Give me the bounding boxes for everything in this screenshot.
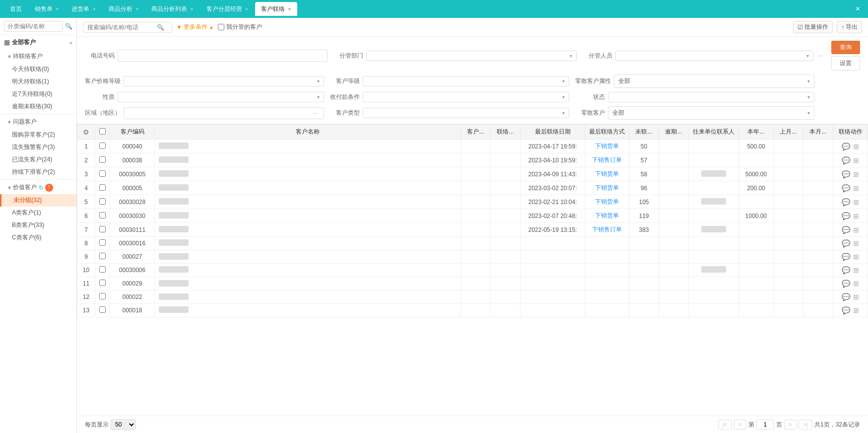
manager-select[interactable]: ▾ [615, 51, 813, 61]
grid-action-icon[interactable]: ⊞ [853, 198, 859, 206]
retail-attr-select[interactable]: 全部 ▾ [614, 74, 814, 88]
th-partner[interactable]: 往来单位联系人 [689, 125, 739, 140]
chat-icon[interactable]: 💬 [842, 198, 850, 206]
th-thisyear[interactable]: 本年... [739, 125, 774, 140]
close-purchaseorder-icon[interactable]: × [92, 6, 95, 12]
cell-check[interactable] [95, 140, 110, 153]
th-contact[interactable]: 联络... [491, 125, 521, 140]
last-way-link[interactable]: 下销货单 [595, 212, 619, 219]
row-check[interactable] [99, 143, 106, 149]
last-way-link[interactable]: 下销货单 [595, 143, 619, 149]
first-page-btn[interactable]: |< [718, 420, 732, 430]
row-check[interactable] [99, 212, 106, 218]
tab-customercontact[interactable]: 客户联络 × [255, 2, 297, 16]
tab-productanalysis[interactable]: 商品分析 × [103, 2, 144, 16]
group-pending-contact[interactable]: ▾ 待联络客户 [0, 50, 76, 63]
query-button[interactable]: 查询 [831, 41, 860, 54]
row-check[interactable] [99, 280, 106, 286]
last-way-link[interactable]: 下销售订单 [592, 226, 622, 233]
th-thismonth[interactable]: 本月... [803, 125, 833, 140]
refresh-icon[interactable]: ↻ [39, 184, 44, 191]
sidebar-item-classC[interactable]: C类客户(6) [0, 231, 76, 244]
phone-input[interactable] [118, 50, 328, 62]
chat-icon[interactable]: 💬 [842, 170, 850, 178]
gear-icon[interactable]: ⚙ [83, 128, 89, 136]
row-check[interactable] [99, 293, 106, 299]
close-salesorder-icon[interactable]: × [56, 6, 59, 12]
customer-type-select[interactable]: ▾ [363, 108, 569, 118]
cell-check[interactable] [95, 223, 110, 237]
cell-check[interactable] [95, 264, 110, 277]
select-all-check[interactable] [99, 128, 106, 135]
sidebar-item-tomorrow[interactable]: 明天待联络(1) [0, 75, 76, 88]
row-check[interactable] [99, 266, 106, 273]
retail-customer-select[interactable]: 全部 ▾ [608, 106, 814, 120]
grid-action-icon[interactable]: ⊞ [853, 306, 859, 314]
last-way-link[interactable]: 下销售订单 [592, 156, 622, 163]
page-input[interactable] [756, 420, 774, 430]
chat-icon[interactable]: 💬 [842, 226, 850, 234]
row-check[interactable] [99, 306, 106, 313]
row-check[interactable] [99, 226, 106, 232]
my-customers-check[interactable] [218, 24, 224, 30]
grid-action-icon[interactable]: ⊞ [853, 280, 859, 288]
sidebar-item-classB[interactable]: B类客户(33) [0, 219, 76, 231]
cell-check[interactable] [95, 290, 110, 304]
chat-icon[interactable]: 💬 [842, 253, 850, 261]
last-way-link[interactable]: 下销货单 [595, 184, 619, 191]
cell-check[interactable] [95, 195, 110, 209]
th-type[interactable]: 客户... [461, 125, 491, 140]
grid-action-icon[interactable]: ⊞ [853, 212, 859, 220]
cell-check[interactable] [95, 277, 110, 290]
all-customers-header[interactable]: ⊞ 全部客户 « [0, 35, 76, 50]
dept-select[interactable]: ▾ [366, 51, 576, 61]
tab-salesorder[interactable]: 销售单 × [29, 2, 65, 16]
close-customerseg-icon[interactable]: × [245, 6, 248, 12]
row-check[interactable] [99, 156, 106, 163]
chat-icon[interactable]: 💬 [842, 306, 850, 314]
cell-check[interactable] [95, 167, 110, 181]
sidebar-search-input[interactable] [4, 21, 63, 32]
grid-action-icon[interactable]: ⊞ [853, 156, 859, 164]
sidebar-item-losswarning[interactable]: 流失预警客户(3) [0, 141, 76, 153]
close-productanalysislist-icon[interactable]: × [190, 6, 193, 12]
grid-action-icon[interactable]: ⊞ [853, 253, 859, 261]
tab-customerseg[interactable]: 客户分层经营 × [200, 2, 254, 16]
group-value-customers[interactable]: ▾ 价值客户 ↻ ! [0, 181, 76, 194]
th-unlinkdays[interactable]: 未联... [629, 125, 659, 140]
chat-icon[interactable]: 💬 [842, 184, 850, 192]
last-page-btn[interactable]: >| [799, 420, 812, 430]
th-lastmonth[interactable]: 上月... [774, 125, 803, 140]
cell-check[interactable] [95, 181, 110, 195]
cell-check[interactable] [95, 304, 110, 317]
row-check[interactable] [99, 239, 106, 246]
search-icon-main[interactable]: 🔍 [157, 24, 164, 31]
th-check[interactable] [95, 125, 110, 140]
cell-check[interactable] [95, 237, 110, 250]
last-way-link[interactable]: 下销货单 [595, 170, 619, 177]
th-overdue[interactable]: 逾期... [659, 125, 689, 140]
window-close-button[interactable]: × [852, 4, 864, 13]
my-customers-checkbox[interactable]: 我分管的客户 [218, 23, 262, 31]
grid-action-icon[interactable]: ⊞ [853, 170, 859, 178]
chat-icon[interactable]: 💬 [842, 266, 850, 274]
sidebar-item-declining[interactable]: 持续下滑客户(2) [0, 166, 76, 178]
row-check[interactable] [99, 184, 106, 191]
search-input[interactable] [87, 24, 157, 31]
chat-icon[interactable]: 💬 [842, 293, 850, 301]
row-check[interactable] [99, 253, 106, 259]
th-lastway[interactable]: 最后联络方式 [585, 125, 629, 140]
manager-dots[interactable]: ··· [816, 52, 825, 59]
sidebar-item-hoarding[interactable]: 囤购异常客户(2) [0, 129, 76, 141]
sidebar-item-7days[interactable]: 近7天待联络(0) [0, 88, 76, 100]
tab-purchaseorder[interactable]: 进货单 × [66, 2, 101, 16]
sidebar-item-today[interactable]: 今天待联络(0) [0, 63, 76, 75]
grid-action-icon[interactable]: ⊞ [853, 226, 859, 234]
batch-ops-btn[interactable]: ☑ 批量操作 [793, 21, 833, 33]
row-check[interactable] [99, 198, 106, 205]
chat-icon[interactable]: 💬 [842, 239, 850, 247]
export-btn[interactable]: ↑ 导出 [837, 21, 862, 33]
sidebar-item-lost[interactable]: 已流失客户(24) [0, 153, 76, 166]
grid-action-icon[interactable]: ⊞ [853, 184, 859, 192]
th-gear[interactable]: ⚙ [77, 125, 95, 140]
